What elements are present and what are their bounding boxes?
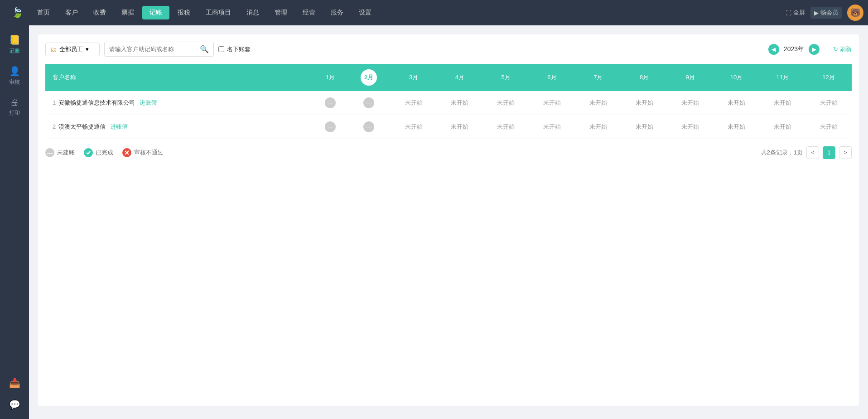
sidebar-item-bookkeeping-label: 记账 bbox=[9, 47, 20, 55]
nav-item-operation[interactable]: 经营 bbox=[295, 6, 323, 19]
fullscreen-label: 全屏 bbox=[793, 9, 805, 17]
not-started-status: 未开始 bbox=[543, 99, 561, 106]
chat-icon: 💬 bbox=[9, 399, 20, 410]
not-started-status: 未开始 bbox=[589, 99, 607, 106]
sidebar-item-download[interactable]: 📥 bbox=[9, 373, 20, 393]
col-header-jun: 6月 bbox=[529, 64, 575, 91]
month-cell-8: 未开始 bbox=[621, 91, 667, 115]
not-started-status: 未开始 bbox=[451, 123, 468, 130]
member-label: 畅会员 bbox=[820, 9, 838, 17]
month-cell-10: 未开始 bbox=[714, 115, 760, 139]
not-started-status: 未开始 bbox=[820, 123, 838, 130]
app-logo: 🍃 bbox=[5, 7, 30, 19]
accounts-table: 客户名称 1月 2月 3月 4月 5月 6月 7月 8月 9月 10月 11月 bbox=[45, 64, 852, 139]
fullscreen-button[interactable]: ⛶ 全屏 bbox=[786, 9, 805, 17]
nav-item-bookkeeping[interactable]: 记账 bbox=[142, 6, 169, 19]
active-month-circle: 2月 bbox=[361, 69, 377, 86]
sidebar-item-chat[interactable]: 💬 bbox=[9, 395, 20, 414]
year-next-button[interactable]: ▶ bbox=[809, 44, 820, 55]
toolbar: 🗂 全部员工 ▾ 🔍 名下账套 ◀ 2023年 ▶ ↻ 刷新 bbox=[45, 42, 852, 57]
dropdown-chevron-icon: ▾ bbox=[86, 46, 89, 53]
legend-dot-teal bbox=[84, 148, 93, 157]
employee-filter-icon: 🗂 bbox=[50, 46, 57, 53]
month-cell-7: 未开始 bbox=[575, 115, 621, 139]
refresh-button[interactable]: ↻ 刷新 bbox=[833, 45, 852, 53]
sidebar-item-print[interactable]: 🖨 打印 bbox=[0, 92, 29, 121]
search-button[interactable]: 🔍 bbox=[195, 42, 213, 56]
nav-item-settings[interactable]: 设置 bbox=[352, 6, 379, 19]
row-index: 1 bbox=[53, 99, 56, 106]
nav-item-message[interactable]: 消息 bbox=[239, 6, 266, 19]
employee-filter-dropdown[interactable]: 🗂 全部员工 ▾ bbox=[45, 43, 100, 56]
enter-link[interactable]: 进账簿 bbox=[140, 99, 157, 106]
enter-link[interactable]: 进账簿 bbox=[110, 123, 128, 130]
legend-completed-label: 已完成 bbox=[96, 149, 113, 157]
month-cell-8: 未开始 bbox=[621, 115, 667, 139]
audit-icon: 👤 bbox=[9, 66, 20, 77]
month-cell-3: 未开始 bbox=[391, 115, 437, 139]
row-index: 2 bbox=[53, 123, 56, 130]
sidebar-item-bookkeeping[interactable]: 📒 记账 bbox=[0, 30, 29, 59]
top-navigation: 🍃 首页 客户 收费 票据 记账 报税 工商项目 消息 管理 经营 服务 设置 … bbox=[0, 0, 868, 25]
month-cell-1: — bbox=[313, 115, 347, 139]
prev-page-button[interactable]: < bbox=[806, 146, 819, 159]
sidebar-item-audit[interactable]: 👤 审核 bbox=[0, 61, 29, 91]
my-accounts-label: 名下账套 bbox=[227, 45, 251, 53]
nav-item-tax[interactable]: 报税 bbox=[170, 6, 198, 19]
pagination: 共2条记录，1页 < 1 > bbox=[761, 146, 852, 159]
nav-item-service[interactable]: 服务 bbox=[323, 6, 351, 19]
client-name: 漠澳太平畅捷通信 bbox=[58, 123, 106, 130]
month-cell-2: — bbox=[347, 91, 391, 115]
next-page-button[interactable]: > bbox=[839, 146, 852, 159]
month-cell-9: 未开始 bbox=[667, 91, 714, 115]
user-avatar[interactable]: 🐻 bbox=[847, 5, 863, 21]
month-cell-10: 未开始 bbox=[714, 91, 760, 115]
month-cell-9: 未开始 bbox=[667, 115, 714, 139]
nav-item-manage[interactable]: 管理 bbox=[267, 6, 294, 19]
client-cell: 1安徽畅捷通信息技术有限公司进账簿 bbox=[45, 91, 313, 115]
month-cell-7: 未开始 bbox=[575, 91, 621, 115]
nav-item-business[interactable]: 工商项目 bbox=[198, 6, 238, 19]
month-cell-1: — bbox=[313, 91, 347, 115]
year-navigation: ◀ 2023年 ▶ bbox=[768, 44, 820, 55]
nav-right-controls: ⛶ 全屏 ▶ 畅会员 🐻 bbox=[786, 5, 863, 21]
refresh-icon: ↻ bbox=[833, 46, 838, 53]
legend-dot-red bbox=[122, 148, 131, 157]
status-dash-icon: — bbox=[363, 121, 374, 132]
my-accounts-checkbox[interactable] bbox=[218, 46, 224, 52]
month-cell-5: 未开始 bbox=[483, 115, 529, 139]
main-content: 🗂 全部员工 ▾ 🔍 名下账套 ◀ 2023年 ▶ ↻ 刷新 bbox=[29, 25, 868, 419]
table-wrapper: 客户名称 1月 2月 3月 4月 5月 6月 7月 8月 9月 10月 11月 bbox=[45, 64, 852, 139]
nav-item-client[interactable]: 客户 bbox=[58, 6, 85, 19]
not-started-status: 未开始 bbox=[451, 99, 468, 106]
nav-item-home[interactable]: 首页 bbox=[30, 6, 57, 19]
col-header-aug: 8月 bbox=[621, 64, 667, 91]
not-started-status: 未开始 bbox=[497, 123, 515, 130]
fullscreen-icon: ⛶ bbox=[786, 10, 791, 16]
not-started-status: 未开始 bbox=[589, 123, 607, 130]
nav-item-fee[interactable]: 收费 bbox=[86, 6, 113, 19]
year-prev-button[interactable]: ◀ bbox=[768, 44, 779, 55]
month-cell-4: 未开始 bbox=[437, 91, 483, 115]
legend-not-created: — 未建账 bbox=[45, 148, 75, 157]
member-button[interactable]: ▶ 畅会员 bbox=[810, 7, 842, 19]
table-row: 2漠澳太平畅捷通信进账簿——未开始未开始未开始未开始未开始未开始未开始未开始未开… bbox=[45, 115, 852, 139]
month-cell-12: 未开始 bbox=[805, 115, 852, 139]
refresh-label: 刷新 bbox=[840, 45, 852, 53]
col-header-mar: 3月 bbox=[391, 64, 437, 91]
col-header-dec: 12月 bbox=[805, 64, 852, 91]
legend-not-created-label: 未建账 bbox=[57, 149, 75, 157]
current-page-button[interactable]: 1 bbox=[823, 146, 835, 159]
nav-item-invoice[interactable]: 票据 bbox=[114, 6, 141, 19]
my-accounts-checkbox-label[interactable]: 名下账套 bbox=[218, 45, 251, 53]
not-started-status: 未开始 bbox=[774, 99, 791, 106]
col-header-jan: 1月 bbox=[313, 64, 347, 91]
total-records-label: 共2条记录，1页 bbox=[761, 149, 803, 157]
not-started-status: 未开始 bbox=[728, 99, 745, 106]
month-cell-11: 未开始 bbox=[759, 115, 805, 139]
legend-completed: 已完成 bbox=[84, 148, 113, 157]
search-input[interactable] bbox=[105, 43, 195, 55]
not-started-status: 未开始 bbox=[405, 123, 423, 130]
client-cell: 2漠澳太平畅捷通信进账簿 bbox=[45, 115, 313, 139]
status-dash-icon: — bbox=[325, 121, 336, 132]
